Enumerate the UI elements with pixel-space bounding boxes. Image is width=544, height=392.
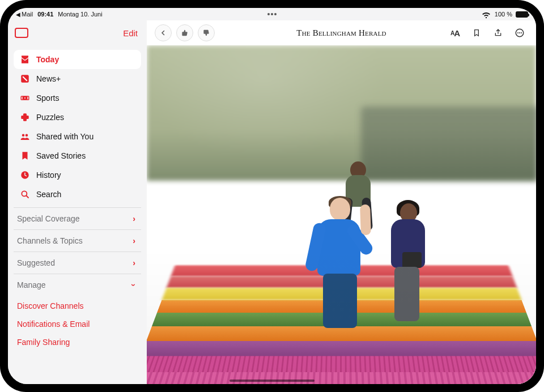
edit-button[interactable]: Edit — [123, 28, 138, 38]
battery-text: 100 % — [495, 11, 512, 18]
chevron-right-icon: › — [133, 258, 135, 267]
section-label: Channels & Topics — [17, 236, 83, 245]
status-time: 09:41 — [37, 11, 53, 18]
svg-point-4 — [24, 97, 26, 99]
people-icon — [19, 131, 31, 142]
dot-icon — [274, 13, 277, 15]
sidebar-item-search[interactable]: Search — [14, 185, 141, 204]
svg-point-13 — [521, 32, 522, 33]
thumbs-up-button[interactable] — [198, 24, 215, 41]
sidebar-item-today[interactable]: Today — [14, 50, 141, 69]
sidebar-item-label: Puzzles — [36, 113, 64, 122]
content-row: Edit Today News+ — [8, 20, 536, 384]
back-app-label: Mail — [22, 11, 33, 18]
publication-masthead: The Bellingham Herald — [296, 28, 386, 38]
article-toolbar: The Bellingham Herald AA — [147, 20, 536, 45]
sports-icon — [19, 92, 31, 104]
clock-icon — [19, 169, 31, 181]
publication-name: The Bellingham Herald — [296, 28, 386, 37]
ipad-frame: ◀ Mail 09:41 Montag 10. Juni 100 % — [0, 0, 544, 392]
section-suggested[interactable]: Suggested › — [14, 252, 141, 274]
chevron-down-icon: › — [130, 284, 139, 287]
svg-point-11 — [517, 32, 518, 33]
thumbs-down-button[interactable] — [176, 24, 193, 41]
sidebar-nav: Today News+ Sports — [14, 50, 141, 204]
sidebar-item-sports[interactable]: Sports — [14, 88, 141, 108]
battery-icon — [516, 11, 528, 18]
section-manage[interactable]: Manage › — [14, 274, 141, 296]
share-button[interactable] — [490, 24, 507, 41]
sidebar: Edit Today News+ — [8, 20, 147, 384]
sidebar-toggle-icon[interactable] — [15, 28, 28, 38]
sidebar-item-label: History — [36, 171, 61, 180]
manage-links: Discover Channels Notifications & Email … — [14, 297, 141, 351]
back-button[interactable] — [155, 24, 172, 41]
sidebar-item-label: Search — [36, 190, 61, 199]
dot-icon — [271, 13, 273, 15]
status-right: 100 % — [481, 9, 528, 19]
link-notifications-email[interactable]: Notifications & Email — [14, 315, 141, 333]
section-label: Manage — [17, 280, 46, 289]
sidebar-item-history[interactable]: History — [14, 165, 141, 185]
svg-line-9 — [26, 195, 28, 198]
sidebar-item-puzzles[interactable]: Puzzles — [14, 108, 141, 127]
chevron-right-icon: › — [133, 236, 135, 245]
sidebar-header: Edit — [14, 20, 141, 45]
section-special-coverage[interactable]: Special Coverage › — [14, 207, 141, 229]
sidebar-item-label: Sports — [36, 93, 59, 103]
search-icon — [19, 189, 31, 200]
sidebar-item-saved[interactable]: Saved Stories — [14, 146, 141, 165]
sidebar-item-label: Saved Stories — [36, 151, 86, 160]
save-bookmark-button[interactable] — [468, 24, 485, 41]
status-date: Montag 10. Juni — [58, 11, 102, 18]
link-family-sharing[interactable]: Family Sharing — [14, 333, 141, 351]
sidebar-item-news-plus[interactable]: News+ — [14, 69, 141, 88]
section-label: Suggested — [17, 258, 55, 267]
back-to-app-button[interactable]: ◀ Mail — [16, 11, 33, 18]
home-indicator[interactable] — [230, 380, 314, 382]
wifi-icon — [481, 9, 491, 19]
chevron-right-icon: › — [133, 214, 135, 223]
sidebar-item-label: Today — [36, 55, 59, 64]
dot-icon — [267, 13, 270, 15]
multitask-dots[interactable] — [267, 13, 277, 15]
sidebar-sections: Special Coverage › Channels & Topics › S… — [14, 207, 141, 296]
section-channels-topics[interactable]: Channels & Topics › — [14, 229, 141, 252]
section-label: Special Coverage — [17, 214, 80, 223]
sidebar-item-label: Shared with You — [36, 132, 94, 141]
link-discover-channels[interactable]: Discover Channels — [14, 297, 141, 315]
svg-point-6 — [26, 134, 28, 137]
screen: ◀ Mail 09:41 Montag 10. Juni 100 % — [8, 8, 536, 384]
more-button[interactable] — [511, 24, 528, 41]
article-hero-image — [147, 45, 536, 384]
svg-point-5 — [22, 134, 25, 137]
sidebar-item-label: News+ — [36, 74, 61, 83]
svg-rect-3 — [28, 97, 29, 100]
status-left: ◀ Mail 09:41 Montag 10. Juni — [16, 11, 103, 18]
svg-rect-2 — [22, 97, 23, 100]
news-plus-icon — [19, 73, 31, 84]
svg-point-12 — [519, 32, 520, 33]
text-size-button[interactable]: AA — [447, 24, 464, 41]
back-chevron-icon: ◀ — [16, 11, 20, 18]
article-pane: The Bellingham Herald AA — [147, 20, 536, 384]
sidebar-item-shared[interactable]: Shared with You — [14, 127, 141, 146]
bookmark-icon — [19, 150, 31, 161]
news-icon — [19, 54, 31, 65]
status-bar: ◀ Mail 09:41 Montag 10. Juni 100 % — [8, 8, 536, 20]
puzzle-icon — [19, 112, 31, 123]
